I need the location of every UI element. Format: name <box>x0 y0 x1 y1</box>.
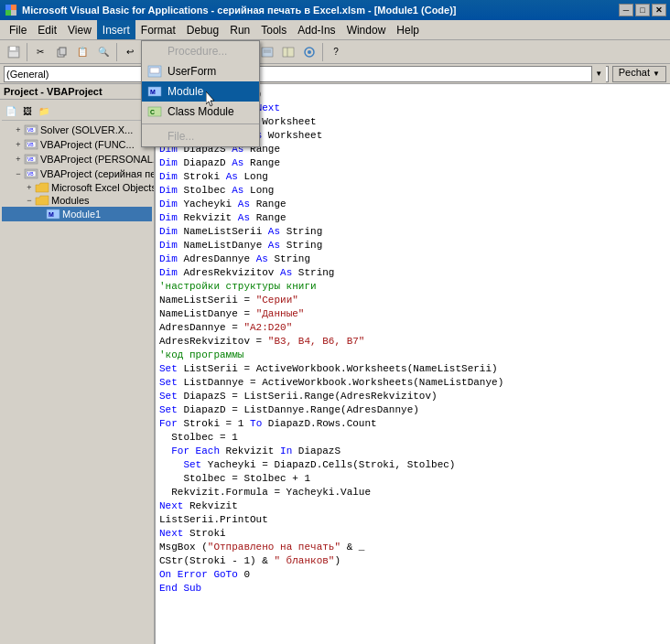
toolbar-sep-5 <box>322 43 323 61</box>
tree-item-func[interactable]: + VB VBAProject (FUNC... <box>2 137 152 152</box>
tree-item-modules[interactable]: − Modules <box>2 194 152 207</box>
toolbar-objectbrowser-btn[interactable] <box>299 42 319 62</box>
expand-icon-personal: + <box>13 154 24 165</box>
code-line-33: Next Stroki <box>159 527 666 541</box>
panel-toggle-folders-btn[interactable]: 📁 <box>37 103 51 118</box>
tree-item-excel-objects[interactable]: + Microsoft Excel Objects <box>2 181 152 194</box>
code-editor[interactable]: Sub PechatSerii() On Error Resume Next D… <box>156 84 670 644</box>
print-combo[interactable]: Pechat ▼ <box>612 66 666 82</box>
code-line-16: NameListSerii = "Серии" <box>159 294 666 307</box>
code-line-12: Dim NameListDanye As String <box>159 239 666 252</box>
expand-icon-modules: − <box>24 195 35 206</box>
left-panel: Project - VBAProject 📄 🖼 📁 + VB Solver (… <box>0 84 156 644</box>
tree-item-serial[interactable]: − VB VBAProject (серийная печать в E <box>2 166 152 181</box>
svg-rect-8 <box>59 48 66 55</box>
menu-tools[interactable]: Tools <box>255 20 292 39</box>
code-line-20: 'код программы <box>159 349 666 362</box>
menu-debug[interactable]: Debug <box>181 20 224 39</box>
svg-rect-2 <box>5 10 11 16</box>
toolbar-sep-2 <box>116 43 117 61</box>
svg-text:M: M <box>150 89 156 95</box>
code-line-26: Stolbec = 1 <box>159 431 666 445</box>
toolbar-cut-btn[interactable]: ✂ <box>30 42 50 62</box>
menu-module[interactable]: M Module <box>142 81 259 102</box>
code-line-25: For Stroki = 1 To DiapazD.Rows.Count <box>159 417 666 431</box>
tree-label-personal: VBAProject (PERSONAL.XLSB) <box>40 154 154 165</box>
menu-class-module[interactable]: C Class Module <box>142 102 259 122</box>
project-icon-3: VB <box>24 153 38 166</box>
tree-label-serial: VBAProject (серийная печать в E <box>40 168 154 179</box>
tree-label-solver: Solver (SOLVER.X... <box>40 124 133 135</box>
menu-file[interactable]: File... <box>142 126 259 146</box>
close-button[interactable]: ✕ <box>652 4 666 16</box>
code-line-30: Rekvizit.Formula = Yacheyki.Value <box>159 486 666 499</box>
expand-icon-excel: + <box>24 182 35 193</box>
expand-icon-solver: + <box>13 124 24 135</box>
tree-item-personal[interactable]: + VB VBAProject (PERSONAL.XLSB) <box>2 152 152 166</box>
code-line-24: Set DiapazD = ListDannye.Range(AdresDann… <box>159 403 666 417</box>
menu-insert[interactable]: Insert <box>97 20 135 39</box>
tree-label-module1: Module1 <box>62 209 101 220</box>
address-combo-arrow[interactable]: ▼ <box>591 66 606 82</box>
svg-rect-3 <box>11 10 16 16</box>
expand-icon-serial: − <box>13 168 24 179</box>
menu-help[interactable]: Help <box>391 20 425 39</box>
toolbar-copy-btn[interactable] <box>51 42 71 62</box>
expand-icon-module1 <box>35 209 46 220</box>
toolbar-save-btn[interactable] <box>4 42 24 62</box>
menu-file[interactable]: File <box>4 20 32 39</box>
code-line-31: Next Rekvizit <box>159 499 666 513</box>
window-controls: ─ □ ✕ <box>619 4 666 16</box>
svg-text:VB: VB <box>27 127 34 133</box>
tree-item-solver[interactable]: + VB Solver (SOLVER.X... <box>2 123 152 137</box>
project-panel-title: Project - VBAProject <box>0 84 154 100</box>
insert-dropdown-menu: Procedure... UserForm M Module C Class M… <box>141 40 260 147</box>
menu-window[interactable]: Window <box>341 20 392 39</box>
module-icon: M <box>46 208 60 220</box>
code-line-22: Set ListDannye = ActiveWorkbook.Workshee… <box>159 376 666 390</box>
panel-view-object-btn[interactable]: 🖼 <box>20 103 35 118</box>
menu-userform[interactable]: UserForm <box>142 61 259 81</box>
svg-rect-1 <box>11 5 16 10</box>
code-line-28: Set Yacheyki = DiapazD.Cells(Stroki, Sto… <box>159 458 666 472</box>
app-icon <box>4 3 18 17</box>
toolbar-undo-btn[interactable]: ↩ <box>120 42 140 62</box>
expand-icon-func: + <box>13 139 24 150</box>
svg-rect-14 <box>283 48 294 57</box>
address-bar: (General) ▼ Pechat ▼ <box>0 64 670 84</box>
file-menu-icon <box>146 129 164 144</box>
toolbar-properties-btn[interactable] <box>278 42 298 62</box>
menu-view[interactable]: View <box>62 20 97 39</box>
menu-bar: File Edit View Insert Format Debug Run T… <box>0 20 670 40</box>
code-line-13: Dim AdresDannye As String <box>159 252 666 266</box>
code-line-7: Dim Stroki As Long <box>159 170 666 184</box>
title-bar: Microsoft Visual Basic for Applications … <box>0 0 670 20</box>
menu-addins[interactable]: Add-Ins <box>292 20 340 39</box>
address-combo[interactable]: (General) ▼ <box>4 66 609 82</box>
toolbar-projectexplorer-btn[interactable] <box>257 42 277 62</box>
minimize-button[interactable]: ─ <box>619 4 633 16</box>
menu-edit[interactable]: Edit <box>32 20 62 39</box>
code-line-11: Dim NameListSerii As String <box>159 225 666 239</box>
code-line-32: ListSerii.PrintOut <box>159 513 666 527</box>
svg-text:C: C <box>150 109 155 115</box>
tree-label-excel-objects: Microsoft Excel Objects <box>51 182 154 193</box>
toolbar-help-btn[interactable]: ? <box>326 42 346 62</box>
tree-item-module1[interactable]: M Module1 <box>2 207 152 221</box>
panel-view-code-btn[interactable]: 📄 <box>4 103 18 118</box>
toolbar-paste-btn[interactable]: 📋 <box>72 42 92 62</box>
insert-menu-dropdown: Procedure... UserForm M Module C Class M… <box>141 40 260 147</box>
menu-procedure[interactable]: Procedure... <box>142 41 259 61</box>
userform-icon <box>146 64 164 79</box>
menu-run[interactable]: Run <box>224 20 255 39</box>
class-module-icon: C <box>146 104 164 119</box>
code-line-36: On Error GoTo 0 <box>159 568 666 582</box>
code-line-6: Dim DiapazD As Range <box>159 156 666 170</box>
code-line-19: AdresRekvizitov = "B3, B4, B6, B7" <box>159 335 666 349</box>
code-line-17: NameListDanye = "Данные" <box>159 307 666 321</box>
code-line-37: End Sub <box>159 582 666 596</box>
maximize-button[interactable]: □ <box>635 4 650 16</box>
menu-format[interactable]: Format <box>135 20 181 39</box>
address-value: (General) <box>6 69 591 80</box>
toolbar-find-btn[interactable]: 🔍 <box>93 42 113 62</box>
